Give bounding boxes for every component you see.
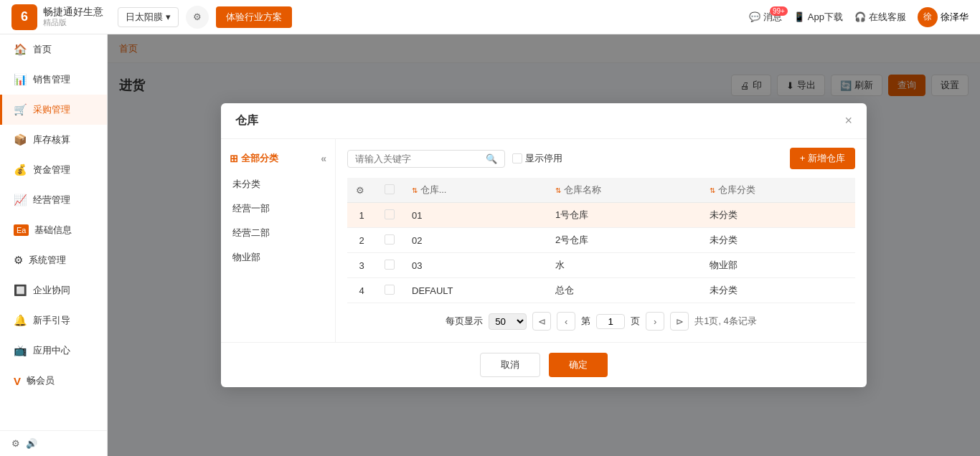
store-name: 日太阳膜	[126, 11, 163, 24]
sidebar-item-home[interactable]: 🏠 首页	[0, 34, 107, 65]
app-download-action[interactable]: 📱 App下载	[793, 11, 843, 24]
category-item-unclassified[interactable]: 未分类	[221, 172, 335, 196]
sidebar-label-app-center: 应用中心	[33, 344, 70, 357]
modal-close-button[interactable]: ×	[844, 113, 852, 128]
sidebar-item-finance[interactable]: 💰 资金管理	[0, 155, 107, 185]
row-checkbox-4[interactable]	[385, 285, 395, 295]
basic-info-icon: Ea	[14, 224, 29, 236]
sidebar-item-enterprise[interactable]: 🔲 企业协同	[0, 275, 107, 305]
modal-footer: 取消 确定	[221, 342, 867, 387]
sidebar-bottom: ⚙ 🔊	[0, 430, 107, 456]
messages-action[interactable]: 💬 消息 99+	[749, 11, 782, 24]
gear-icon: ⚙	[356, 185, 364, 196]
row-category-2: 未分类	[701, 228, 855, 253]
sidebar: 🏠 首页 📊 销售管理 🛒 采购管理 📦 库存核算 💰 资金管理 📈 经营管理 …	[0, 34, 108, 456]
confirm-button[interactable]: 确定	[549, 353, 608, 377]
next-page-btn[interactable]: ›	[646, 312, 664, 331]
row-checkbox-3[interactable]	[385, 260, 395, 270]
sidebar-label-membership: 畅会员	[27, 374, 55, 387]
sidebar-item-app-center[interactable]: 📺 应用中心	[0, 336, 107, 366]
modal-header: 仓库 ×	[221, 103, 867, 139]
category-item-property[interactable]: 物业部	[221, 245, 335, 270]
sidebar-item-purchase[interactable]: 🛒 采购管理	[0, 95, 107, 125]
row-checkbox-1[interactable]	[385, 209, 395, 219]
gear-icon: ⚙	[193, 11, 202, 22]
logo-icon: 6	[11, 4, 37, 30]
search-input[interactable]	[355, 153, 486, 164]
messages-badge: 99+	[770, 6, 788, 16]
store-selector[interactable]: 日太阳膜 ▾	[118, 7, 179, 27]
th-checkbox	[376, 178, 403, 203]
sidebar-label-sales: 销售管理	[33, 73, 70, 86]
search-bar: 🔍 显示停用 + 新增仓库	[347, 148, 855, 169]
purchase-icon: 🛒	[14, 103, 27, 116]
add-warehouse-button[interactable]: + 新增仓库	[790, 148, 855, 169]
collapse-button[interactable]: «	[321, 153, 326, 164]
table-row[interactable]: 3 03 水 物业部	[347, 253, 855, 278]
sidebar-label-basic-info: 基础信息	[34, 224, 72, 237]
category-item-dept1[interactable]: 经营一部	[221, 196, 335, 221]
home-icon: 🏠	[14, 43, 27, 56]
disabled-checkbox[interactable]	[512, 153, 522, 163]
cancel-button[interactable]: 取消	[480, 353, 540, 377]
row-num-1: 1	[347, 203, 376, 228]
bottom-sound-icon: 🔊	[26, 438, 37, 449]
sidebar-label-finance: 资金管理	[33, 163, 70, 176]
table-row[interactable]: 1 01 1号仓库 未分类	[347, 203, 855, 228]
sidebar-item-system[interactable]: ⚙ 系统管理	[0, 245, 107, 275]
sidebar-item-membership[interactable]: V 畅会员	[0, 366, 107, 396]
sidebar-label-purchase: 采购管理	[33, 103, 70, 116]
app-download-label: App下载	[808, 11, 843, 24]
settings-icon-btn[interactable]: ⚙	[186, 6, 209, 29]
modal-body: ⊞ 全部分类 « 未分类 经营一部 经营二部	[221, 139, 867, 342]
sidebar-bottom-settings[interactable]: ⚙ 🔊	[0, 431, 107, 456]
user-avatar-area[interactable]: 徐 徐泽华	[918, 7, 969, 27]
category-header: ⊞ 全部分类 «	[221, 148, 335, 172]
row-code-4: DEFAULT	[403, 278, 547, 303]
page-number-input[interactable]	[596, 314, 625, 329]
category-item-dept2[interactable]: 经营二部	[221, 221, 335, 245]
header-right: 💬 消息 99+ 📱 App下载 🎧 在线客服 徐 徐泽华	[749, 7, 969, 27]
top-header: 6 畅捷通好生意 精品版 日太阳膜 ▾ ⚙ 体验行业方案 💬 消息 99+ 📱 …	[0, 0, 980, 34]
search-icon[interactable]: 🔍	[486, 153, 497, 164]
sidebar-label-guide: 新手引导	[33, 314, 70, 327]
row-checkbox-2[interactable]	[385, 234, 395, 244]
modal-title: 仓库	[235, 113, 258, 128]
row-category-4: 未分类	[701, 278, 855, 303]
table-row[interactable]: 2 02 2号仓库 未分类	[347, 228, 855, 253]
th-name: ⇅ 仓库名称	[547, 178, 701, 203]
sort-icon-category: ⇅	[710, 186, 715, 194]
row-name-2: 2号仓库	[547, 228, 701, 253]
table-row[interactable]: 4 DEFAULT 总仓 未分类	[347, 278, 855, 303]
sidebar-label-inventory: 库存核算	[33, 133, 70, 146]
sort-icon-code: ⇅	[412, 186, 418, 194]
sidebar-item-sales[interactable]: 📊 销售管理	[0, 65, 107, 95]
row-category-3: 物业部	[701, 253, 855, 278]
enterprise-icon: 🔲	[14, 284, 27, 297]
total-info: 共1页, 4条记录	[694, 315, 757, 328]
operations-icon: 📈	[14, 194, 27, 206]
modal-overlay: 仓库 × ⊞ 全部分类 «	[108, 34, 980, 456]
select-all-checkbox[interactable]	[385, 184, 395, 194]
sidebar-item-basic-info[interactable]: Ea 基础信息	[0, 215, 107, 245]
sidebar-item-guide[interactable]: 🔔 新手引导	[0, 305, 107, 336]
per-page-select[interactable]: 50 100	[489, 313, 527, 330]
row-category-1: 未分类	[701, 203, 855, 228]
prev-page-btn[interactable]: ‹	[557, 312, 575, 331]
pagination: 每页显示 50 100 ⊲ ‹ 第 页 › ⊳ 共	[347, 303, 855, 333]
sidebar-item-operations[interactable]: 📈 经营管理	[0, 185, 107, 215]
bottom-gear-icon: ⚙	[11, 438, 20, 449]
main-content: 首页 进货 🖨 印 ⬇ 导出 🔄 刷新	[108, 34, 980, 456]
sidebar-label-operations: 经营管理	[33, 194, 70, 206]
row-code-1: 01	[403, 203, 547, 228]
show-disabled-toggle[interactable]: 显示停用	[512, 152, 562, 165]
online-service-action[interactable]: 🎧 在线客服	[854, 11, 906, 24]
sidebar-item-inventory[interactable]: 📦 库存核算	[0, 125, 107, 155]
chevron-down-icon: ▾	[166, 11, 171, 22]
trial-button[interactable]: 体验行业方案	[216, 6, 292, 28]
search-input-wrap: 🔍	[347, 150, 505, 168]
first-page-btn[interactable]: ⊲	[532, 312, 551, 331]
finance-icon: 💰	[14, 163, 27, 176]
last-page-btn[interactable]: ⊳	[670, 312, 689, 331]
app-sub: 精品版	[43, 17, 103, 28]
